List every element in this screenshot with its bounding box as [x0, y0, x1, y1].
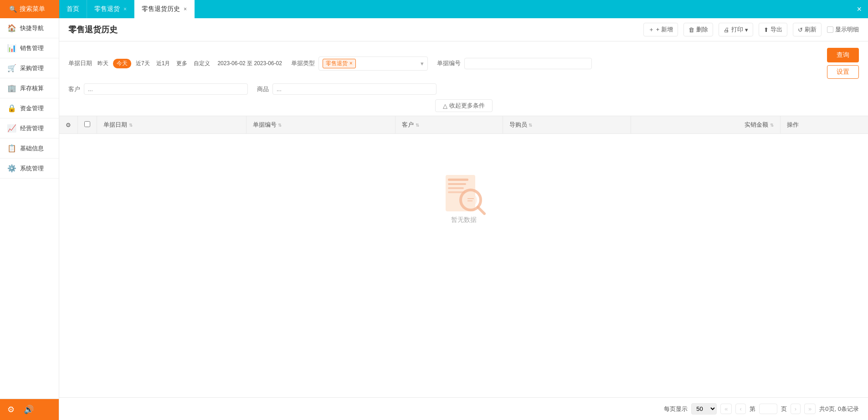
voucher-no-input[interactable] [464, 58, 592, 69]
new-label: + 新增 [656, 26, 673, 34]
management-icon: 📈 [7, 124, 16, 133]
page-label: 第 [750, 405, 755, 413]
sidebar-item-sales[interactable]: 📊 销售管理 [0, 38, 59, 58]
tab-bar: 首页 零售退货 × 零售退货历史 × [59, 0, 850, 18]
main-layout: 🏠 快捷导航 📊 销售管理 🛒 采购管理 🏢 库存核算 🔒 资金管理 📈 经营管… [0, 18, 868, 420]
table-body: 暂无数据 [59, 134, 868, 261]
export-button[interactable]: ⬆ 导出 [759, 23, 787, 36]
top-navigation: 🔍 搜索菜单 首页 零售退货 × 零售退货历史 × × [0, 0, 868, 18]
home-icon: 🏠 [7, 24, 16, 32]
inventory-icon: 🏢 [7, 84, 16, 92]
table-header-row: ⚙ 单据日期 ⇅ 单据编号 ⇅ [59, 116, 868, 134]
th-voucher-no: 单据编号 ⇅ [246, 116, 395, 134]
voucher-type-select[interactable]: 零售退货 × ▾ [318, 56, 428, 71]
sidebar-item-inventory[interactable]: 🏢 库存核算 [0, 78, 59, 98]
tab-retail-return[interactable]: 零售退货 × [87, 0, 134, 18]
new-button[interactable]: ＋ + 新增 [643, 23, 678, 36]
tag-close-icon[interactable]: × [349, 60, 353, 67]
date-filter-label: 单据日期 [68, 59, 92, 67]
voucher-type-filter: 单据类型 零售退货 × ▾ [291, 56, 428, 71]
sort-icon-date[interactable]: ⇅ [129, 123, 133, 128]
display-detail-label: 显示明细 [835, 26, 859, 34]
volume-icon[interactable]: 🔊 [24, 405, 34, 415]
sort-icon-guide[interactable]: ⇅ [529, 123, 532, 128]
sidebar-item-quick-nav[interactable]: 🏠 快捷导航 [0, 18, 59, 38]
first-page-btn[interactable]: « [720, 404, 732, 414]
tab-retail-return-history[interactable]: 零售退货历史 × [134, 0, 195, 18]
print-dropdown-icon: ▾ [745, 26, 748, 33]
empty-state-illustration [437, 170, 491, 216]
settings-gear-icon[interactable]: ⚙ [7, 405, 15, 415]
print-button[interactable]: 🖨 打印 ▾ [719, 23, 753, 36]
finance-icon: 🔒 [7, 104, 16, 113]
date-more[interactable]: 更多 [175, 59, 189, 68]
customer-input[interactable] [84, 83, 248, 95]
page-header: 零售退货历史 ＋ + 新增 🗑 删除 🖨 打印 ▾ ⬆ 导出 [59, 18, 868, 41]
sort-icon-customer[interactable]: ⇅ [416, 123, 419, 128]
empty-state-cell: 暂无数据 [59, 134, 868, 261]
page-suffix: 页 [781, 405, 787, 413]
sidebar-item-management[interactable]: 📈 经营管理 [0, 118, 59, 138]
sidebar-item-finance[interactable]: 🔒 资金管理 [0, 98, 59, 118]
sidebar-item-purchase[interactable]: 🛒 采购管理 [0, 58, 59, 78]
sidebar-item-label: 库存核算 [20, 84, 44, 92]
setting-button[interactable]: 设置 [827, 65, 859, 79]
sidebar-item-label: 经营管理 [20, 124, 44, 133]
sidebar-item-label: 资金管理 [20, 104, 44, 113]
print-icon: 🖨 [724, 26, 729, 33]
th-voucher-date: 单据日期 ⇅ [97, 116, 247, 134]
page-input[interactable]: 1 [759, 404, 777, 414]
sidebar-item-label: 快捷导航 [20, 24, 44, 32]
delete-icon: 🗑 [688, 26, 694, 33]
th-settings[interactable]: ⚙ [59, 116, 78, 134]
search-icon: 🔍 [9, 5, 17, 13]
tab-home[interactable]: 首页 [59, 0, 87, 18]
prev-page-btn[interactable]: ‹ [735, 404, 745, 414]
customer-label: 客户 [68, 85, 80, 93]
filter-row-1: 单据日期 昨天 今天 近7天 近1月 更多 自定义 2023-06-02 至 2… [68, 48, 859, 79]
close-tab-retail-return-history[interactable]: × [184, 6, 187, 12]
date-custom[interactable]: 自定义 [192, 59, 212, 68]
collapse-filter-btn[interactable]: △ 收起更多条件 [435, 99, 493, 112]
date-filter: 单据日期 昨天 今天 近7天 近1月 更多 自定义 2023-06-02 至 2… [68, 59, 282, 68]
refresh-button[interactable]: ↺ 刷新 [793, 23, 822, 36]
th-action: 操作 [780, 116, 868, 134]
export-label: 导出 [770, 26, 782, 34]
close-tab-retail-return[interactable]: × [123, 6, 127, 12]
goods-label: 商品 [257, 85, 269, 93]
purchase-icon: 🛒 [7, 64, 16, 72]
empty-state-row: 暂无数据 [59, 134, 868, 261]
page-title: 零售退货历史 [68, 24, 118, 35]
system-icon: ⚙️ [7, 164, 16, 173]
sidebar-item-system[interactable]: ⚙️ 系统管理 [0, 159, 59, 179]
display-detail-checkbox[interactable] [827, 26, 833, 33]
svg-rect-3 [448, 187, 464, 189]
th-customer: 客户 ⇅ [395, 116, 503, 134]
goods-input[interactable] [272, 83, 437, 95]
per-page-select[interactable]: 50 100 200 [691, 403, 717, 415]
search-menu-btn[interactable]: 🔍 搜索菜单 [0, 0, 59, 18]
total-text: 共0页, 0条记录 [819, 405, 859, 413]
customer-filter: 客户 [68, 83, 248, 95]
select-all-checkbox[interactable] [84, 121, 90, 127]
settings-column-icon[interactable]: ⚙ [66, 122, 71, 128]
content-area: 零售退货历史 ＋ + 新增 🗑 删除 🖨 打印 ▾ ⬆ 导出 [59, 18, 868, 420]
date-yesterday[interactable]: 昨天 [96, 59, 110, 68]
query-button[interactable]: 查询 [827, 48, 859, 62]
delete-button[interactable]: 🗑 删除 [683, 23, 713, 36]
display-detail-toggle[interactable]: 显示明细 [827, 26, 859, 34]
date-7days[interactable]: 近7天 [134, 59, 152, 68]
empty-state-text: 暂无数据 [451, 216, 477, 224]
sidebar-item-label: 销售管理 [20, 44, 44, 52]
date-1month[interactable]: 近1月 [154, 59, 172, 68]
next-page-btn[interactable]: › [791, 404, 801, 414]
filter-row-2: 客户 商品 [68, 83, 859, 95]
sidebar-item-basic-info[interactable]: 📋 基础信息 [0, 138, 59, 159]
sort-icon-amount[interactable]: ⇅ [770, 123, 774, 128]
window-close-btn[interactable]: × [850, 5, 868, 14]
th-checkbox[interactable] [78, 116, 97, 134]
last-page-btn[interactable]: » [804, 404, 816, 414]
date-today[interactable]: 今天 [113, 59, 131, 68]
voucher-type-tag: 零售退货 × [323, 59, 356, 68]
sort-icon-no[interactable]: ⇅ [278, 123, 282, 128]
